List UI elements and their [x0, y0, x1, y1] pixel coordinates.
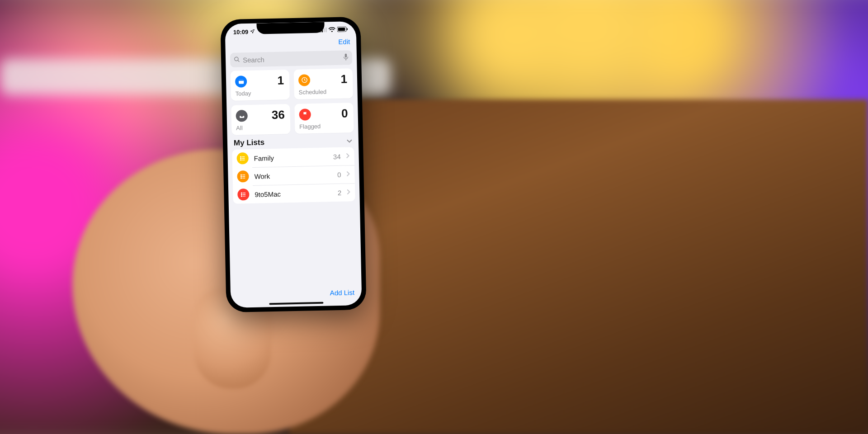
list-count: 0 — [337, 170, 341, 178]
card-scheduled-count: 1 — [340, 72, 347, 86]
card-all[interactable]: 36 All — [231, 104, 290, 135]
card-scheduled-label: Scheduled — [298, 88, 347, 95]
svg-point-23 — [241, 176, 242, 177]
svg-rect-3 — [326, 27, 327, 32]
add-list-button[interactable]: Add List — [330, 288, 355, 297]
svg-point-24 — [241, 178, 242, 179]
list-row-family[interactable]: Family 34 — [232, 147, 354, 168]
search-icon — [234, 56, 240, 64]
card-all-count: 36 — [271, 108, 285, 122]
search-field[interactable]: Search — [230, 50, 353, 67]
svg-point-30 — [241, 196, 242, 197]
svg-point-16 — [241, 156, 241, 157]
list-name: Family — [254, 153, 328, 162]
edit-button[interactable]: Edit — [338, 38, 350, 50]
list-row-9to5mac[interactable]: 9to5Mac 2 — [233, 183, 355, 204]
svg-point-28 — [241, 193, 242, 193]
svg-point-29 — [241, 194, 242, 195]
svg-line-8 — [238, 60, 239, 61]
my-lists-header[interactable]: My Lists — [234, 136, 352, 147]
chevron-down-icon — [347, 137, 352, 145]
list-row-work[interactable]: Work 0 — [232, 165, 355, 186]
card-flagged[interactable]: 0 Flagged — [294, 103, 354, 134]
list-name: 9to5Mac — [255, 189, 332, 198]
svg-rect-9 — [345, 53, 347, 57]
card-flagged-label: Flagged — [299, 122, 348, 130]
chevron-right-icon — [346, 170, 350, 178]
clock-icon — [298, 74, 311, 86]
svg-rect-5 — [338, 27, 345, 31]
inbox-icon — [236, 110, 248, 122]
svg-rect-11 — [238, 79, 243, 80]
list-bullet-icon — [237, 189, 250, 201]
photo-background-desk — [289, 99, 868, 434]
card-scheduled[interactable]: 1 Scheduled — [294, 68, 353, 99]
location-icon — [250, 28, 255, 35]
my-lists-title: My Lists — [234, 138, 264, 147]
card-flagged-count: 0 — [341, 106, 348, 120]
search-placeholder: Search — [243, 54, 343, 64]
my-lists: Family 34 Work 0 9to5Mac — [232, 147, 355, 204]
svg-point-22 — [241, 175, 241, 175]
svg-rect-2 — [324, 28, 325, 32]
phone-frame: 10:09 Edit — [220, 17, 367, 312]
battery-icon — [337, 26, 348, 33]
svg-point-18 — [241, 160, 241, 160]
phone-screen: 10:09 Edit — [225, 21, 362, 308]
svg-point-7 — [235, 57, 238, 61]
home-indicator[interactable] — [269, 302, 323, 305]
flag-icon — [299, 108, 311, 121]
card-all-label: All — [236, 123, 285, 131]
list-name: Work — [254, 171, 332, 180]
wifi-icon — [329, 26, 335, 33]
list-bullet-icon — [236, 152, 249, 165]
mic-icon[interactable] — [343, 53, 349, 62]
status-time: 10:09 — [233, 28, 249, 36]
list-count: 2 — [338, 189, 342, 196]
phone-notch — [256, 22, 324, 34]
svg-point-17 — [241, 158, 241, 159]
card-today[interactable]: 1 Today — [231, 70, 290, 101]
calendar-today-icon — [235, 75, 247, 88]
list-count: 34 — [333, 152, 341, 160]
card-today-label: Today — [236, 89, 284, 97]
chevron-right-icon — [347, 188, 350, 196]
list-bullet-icon — [237, 170, 249, 183]
svg-rect-6 — [347, 28, 348, 30]
smart-lists: 1 Today 1 Scheduled 36 — [231, 68, 354, 135]
chevron-right-icon — [346, 152, 349, 160]
card-today-count: 1 — [277, 73, 284, 87]
